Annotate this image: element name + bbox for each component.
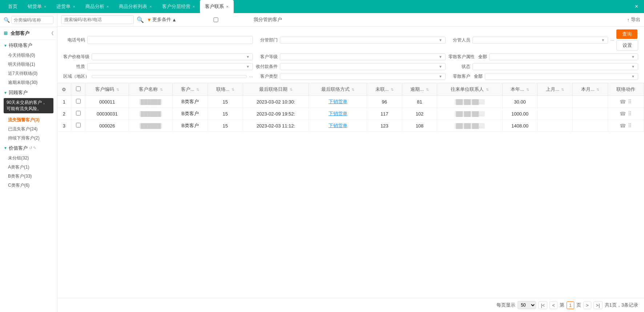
cell-checkbox[interactable] bbox=[71, 108, 85, 120]
col-contact-person[interactable]: 往来单位联系人 ⇅ bbox=[437, 83, 502, 96]
last-method-link[interactable]: 下销货单 bbox=[329, 99, 347, 104]
close-icon[interactable]: × bbox=[193, 4, 195, 9]
sidebar-group-title-value[interactable]: ▼ 价值客户 ↺ ✎ bbox=[0, 143, 57, 154]
tab-home[interactable]: 首页 bbox=[3, 0, 23, 13]
chevron-down-icon: ▼ bbox=[439, 65, 442, 69]
col-last-month[interactable]: 上月... ⇅ bbox=[538, 83, 573, 96]
next-page-button[interactable]: > bbox=[583, 301, 591, 309]
col-last-method[interactable]: 最后联络方式 ⇅ bbox=[309, 83, 367, 96]
col-this-month[interactable]: 本月... ⇅ bbox=[573, 83, 608, 96]
customer-level-select[interactable]: ▼ bbox=[280, 53, 446, 60]
tab-analysis-list[interactable]: 商品分析列表 × bbox=[114, 0, 157, 13]
sidebar-item-ungrouped[interactable]: 未分组(32) bbox=[0, 154, 57, 163]
export-button[interactable]: ↑ 导出 bbox=[627, 16, 641, 23]
col-this-year[interactable]: 本年... ⇅ bbox=[502, 83, 538, 96]
nature-select[interactable]: ▼ bbox=[87, 63, 253, 70]
region-select[interactable] bbox=[92, 75, 247, 78]
sort-icon: ⇅ bbox=[160, 88, 163, 92]
sidebar-item-class-b[interactable]: B类客户(33) bbox=[0, 172, 57, 181]
sidebar-item-declining[interactable]: 持续下滑客户(2) bbox=[0, 134, 57, 143]
prev-page-button[interactable]: < bbox=[550, 301, 558, 309]
tab-purchase[interactable]: 进货单 × bbox=[51, 0, 80, 13]
filter-customer-level: 客户等级 ▼ bbox=[256, 53, 446, 60]
search-input[interactable] bbox=[61, 15, 134, 24]
edit-icon[interactable]: ✎ bbox=[33, 146, 36, 150]
sidebar-item-class-a[interactable]: A类客户(1) bbox=[0, 163, 57, 172]
tab-customer-contact[interactable]: 客户联系 × bbox=[200, 0, 233, 13]
my-customers-checkbox[interactable] bbox=[180, 17, 252, 22]
phone-input[interactable] bbox=[87, 36, 253, 44]
col-last-date[interactable]: 最后联络日期 ⇅ bbox=[243, 83, 309, 96]
cell-last-method[interactable]: 下销货单 bbox=[309, 108, 367, 120]
sidebar-item-churned[interactable]: 已流失客户(24) bbox=[0, 125, 57, 134]
more-icon[interactable]: ··· bbox=[610, 37, 614, 43]
sidebar-item-class-c[interactable]: C类客户(6) bbox=[0, 181, 57, 190]
customer-type-select[interactable]: ▼ bbox=[280, 73, 446, 80]
tab-sales[interactable]: 销货单 × bbox=[23, 0, 51, 13]
payment-select[interactable]: ▼ bbox=[280, 63, 446, 70]
status-select[interactable]: ▼ bbox=[472, 63, 638, 70]
sort-icon: ⇅ bbox=[290, 88, 293, 92]
sort-icon: ⇅ bbox=[351, 88, 354, 92]
last-method-link[interactable]: 下销货单 bbox=[329, 123, 347, 128]
first-page-button[interactable]: |< bbox=[538, 301, 547, 309]
cell-code: 00030031 bbox=[85, 108, 129, 120]
col-contact[interactable]: 联络... ⇅ bbox=[208, 83, 243, 96]
col-name[interactable]: 客户名称 ⇅ bbox=[129, 83, 173, 96]
last-method-link[interactable]: 下销货单 bbox=[329, 111, 347, 116]
close-icon[interactable]: × bbox=[44, 4, 46, 9]
more-action-icon[interactable]: ⠿ bbox=[628, 123, 632, 129]
cell-checkbox[interactable] bbox=[71, 120, 85, 132]
row-checkbox[interactable] bbox=[76, 99, 81, 104]
zero-attr-select[interactable]: ▼ bbox=[489, 53, 638, 60]
sidebar-item-churn-warning[interactable]: 流失预警客户(3) bbox=[0, 116, 57, 125]
close-icon[interactable]: × bbox=[73, 4, 75, 9]
search-button[interactable]: 🔍 bbox=[137, 16, 144, 23]
dept-select[interactable]: ▼ bbox=[280, 37, 446, 44]
sidebar-group-title-pending[interactable]: ▼ 待联络客户 bbox=[0, 40, 57, 51]
category-search-input[interactable] bbox=[11, 16, 53, 24]
close-icon[interactable]: × bbox=[149, 4, 152, 9]
cell-name: ██████ bbox=[129, 96, 173, 108]
cell-last-month bbox=[538, 120, 573, 132]
query-button[interactable]: 查询 bbox=[616, 29, 637, 39]
col-overdue[interactable]: 逾期... ⇅ bbox=[402, 83, 437, 96]
settings-button[interactable]: 设置 bbox=[616, 40, 638, 50]
my-customers-checkbox-label[interactable]: 我分管的客户 bbox=[180, 16, 282, 23]
chevron-down-icon: ▼ bbox=[246, 65, 250, 69]
person-select[interactable]: ▼ bbox=[472, 37, 608, 44]
row-checkbox[interactable] bbox=[76, 111, 81, 116]
per-page-select[interactable]: 50 100 200 bbox=[518, 301, 536, 309]
col-code[interactable]: 客户编码 ⇅ bbox=[85, 83, 129, 96]
contact-icon[interactable]: ☎ bbox=[620, 99, 626, 105]
more-icon[interactable]: ··· bbox=[249, 74, 253, 79]
more-conditions-button[interactable]: ▼ 更多条件 ▲ bbox=[147, 16, 177, 23]
refresh-icon[interactable]: ↺ bbox=[29, 146, 32, 150]
sidebar-item-7days[interactable]: 近7天待联络(0) bbox=[0, 69, 57, 78]
collapse-icon[interactable]: 《 bbox=[49, 31, 53, 37]
tab-analysis[interactable]: 商品分析 × bbox=[80, 0, 114, 13]
cell-checkbox[interactable] bbox=[71, 96, 85, 108]
col-checkbox[interactable] bbox=[71, 83, 85, 96]
cell-last-method[interactable]: 下销货单 bbox=[309, 120, 367, 132]
col-unlink[interactable]: 未联... ⇅ bbox=[367, 83, 402, 96]
last-page-button[interactable]: >| bbox=[593, 301, 603, 309]
close-icon[interactable]: × bbox=[226, 4, 228, 9]
select-all-checkbox[interactable] bbox=[76, 86, 81, 91]
cell-last-method[interactable]: 下销货单 bbox=[309, 96, 367, 108]
sidebar-group-title-review[interactable]: ▼ 回顾客户 bbox=[0, 87, 57, 98]
sidebar-item-today[interactable]: 今天待联络(0) bbox=[0, 51, 57, 60]
window-close-icon[interactable]: × bbox=[632, 3, 641, 10]
tab-customer-layer[interactable]: 客户分层经营 × bbox=[157, 0, 200, 13]
more-action-icon[interactable]: ⠿ bbox=[628, 99, 632, 105]
price-level-select[interactable]: ▼ bbox=[92, 53, 253, 60]
col-type[interactable]: 客户... ⇅ bbox=[173, 83, 208, 96]
contact-icon[interactable]: ☎ bbox=[620, 111, 626, 117]
more-action-icon[interactable]: ⠿ bbox=[628, 111, 632, 117]
close-icon[interactable]: × bbox=[106, 4, 109, 9]
sidebar-item-tomorrow[interactable]: 明天待联络(1) bbox=[0, 60, 57, 69]
row-checkbox[interactable] bbox=[76, 123, 81, 127]
contact-icon[interactable]: ☎ bbox=[620, 123, 626, 129]
sidebar-item-overdue[interactable]: 逾期未联络(30) bbox=[0, 78, 57, 87]
zero-customer-select[interactable]: ▼ bbox=[485, 73, 638, 80]
